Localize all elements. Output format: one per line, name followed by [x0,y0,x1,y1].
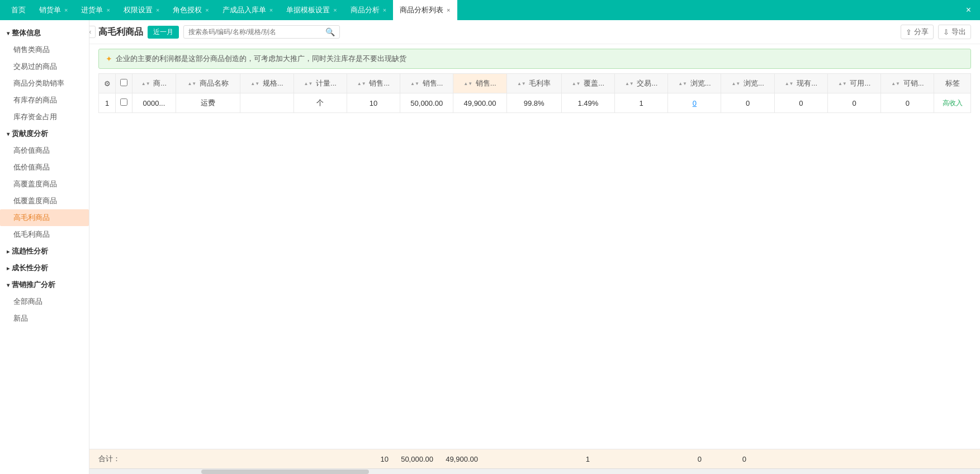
nav-item-analysis-list[interactable]: 商品分析列表 × [393,0,457,20]
sidebar-group-growth[interactable]: ▸ 成长性分析 [0,260,89,276]
col-header-sale-stock[interactable]: ▲▼ 可销... [881,74,934,93]
col-header-cover-rate[interactable]: ▲▼ 覆盖... [561,74,614,93]
sidebar-item-low-margin[interactable]: 低毛利商品 [0,226,89,243]
horizontal-scrollbar[interactable] [89,468,980,474]
share-button[interactable]: ⇪ 分享 [901,25,934,39]
export-button[interactable]: ⇩ 导出 [938,25,971,39]
cell-cover-rate: 1.49% [561,93,614,113]
sidebar-item-all-goods[interactable]: 全部商品 [0,293,89,310]
share-icon: ⇪ [906,28,912,36]
content-area: « 高毛利商品 近一月 🔍 ⇪ 分享 ⇩ 导出 ✦ 企业的主要的利润都是这部 [89,20,980,474]
row-checkbox[interactable] [120,98,127,106]
settings-icon[interactable]: ⚙ [104,79,111,88]
nav-item-role[interactable]: 角色授权 × [166,0,215,20]
browse-link[interactable]: 0 [693,99,697,107]
footer-trade-count: 1 [548,455,593,463]
select-all-checkbox[interactable] [120,79,127,86]
nav-label-permission: 权限设置 [124,5,153,15]
nav-item-analysis[interactable]: 商品分析 × [344,0,393,20]
close-icon[interactable]: × [383,7,386,13]
close-all-tabs-button[interactable]: × [962,5,976,15]
nav-item-sales[interactable]: 销货单 × [32,0,74,20]
col-header-browse2[interactable]: ▲▼ 浏览... [721,74,774,93]
cell-checkbox[interactable] [116,93,132,113]
sidebar-group-marketing[interactable]: ▾ 营销推广分析 [0,276,89,293]
col-header-gross-rate[interactable]: ▲▼ 毛利率 [506,74,561,93]
search-input[interactable] [188,28,325,36]
nav-item-home[interactable]: 首页 [4,0,32,20]
nav-item-purchase[interactable]: 进货单 × [74,0,116,20]
close-icon[interactable]: × [106,7,110,13]
sidebar-item-sales-goods[interactable]: 销售类商品 [0,41,89,58]
col-header-checkbox[interactable] [116,74,132,93]
sidebar-item-high-coverage[interactable]: 高覆盖度商品 [0,176,89,193]
table-container: ⚙ ▲▼ 商... ▲▼ 商品名称 [89,73,980,449]
col-header-current-stock[interactable]: ▲▼ 现有... [774,74,827,93]
export-icon: ⇩ [943,28,949,36]
col-header-tag[interactable]: 标签 [934,74,971,93]
nav-label-analysis: 商品分析 [351,5,380,15]
header-actions: ⇪ 分享 ⇩ 导出 [901,25,971,39]
search-box[interactable]: 🔍 [183,25,340,39]
tag-badge: 高收入 [943,99,963,107]
content-header: « 高毛利商品 近一月 🔍 ⇪ 分享 ⇩ 导出 [89,20,980,44]
sidebar-item-in-stock[interactable]: 有库存的商品 [0,92,89,109]
chevron-right-icon: ▸ [7,248,10,255]
sidebar-collapse-button[interactable]: « [89,26,96,38]
cell-avail-stock: 0 [827,93,880,113]
scrollbar-thumb[interactable] [201,470,369,474]
close-icon[interactable]: × [447,7,450,13]
col-header-name[interactable]: ▲▼ 商品名称 [176,74,240,93]
sort-icon: ▲▼ [891,81,900,86]
sidebar-item-low-value[interactable]: 低价值商品 [0,159,89,176]
sidebar-item-low-coverage[interactable]: 低覆盖度商品 [0,193,89,209]
nav-item-template[interactable]: 单据模板设置 × [280,0,343,20]
cell-trade-count: 1 [614,93,667,113]
col-header-sale-profit[interactable]: ▲▼ 销售... [453,74,506,93]
nav-item-permission[interactable]: 权限设置 × [117,0,166,20]
sort-icon: ▲▼ [625,81,634,86]
cell-unit: 个 [293,93,347,113]
col-header-spec[interactable]: ▲▼ 规格... [240,74,293,93]
sidebar-group-title-trend: 流趋性分析 [12,246,48,256]
sort-icon: ▲▼ [250,81,259,86]
sidebar-item-stock-capital[interactable]: 库存资金占用 [0,109,89,125]
sidebar-item-category-rate[interactable]: 商品分类助销率 [0,75,89,92]
sidebar-item-high-margin[interactable]: 高毛利商品 [0,209,89,226]
nav-label-finished: 产成品入库单 [222,5,266,15]
sidebar-group-overall[interactable]: ▾ 整体信息 [0,25,89,41]
search-icon[interactable]: 🔍 [325,27,335,36]
cell-sale-stock: 0 [881,93,934,113]
col-header-avail-stock[interactable]: ▲▼ 可用... [827,74,880,93]
sidebar-item-high-value[interactable]: 高价值商品 [0,142,89,159]
col-header-unit[interactable]: ▲▼ 计量... [293,74,347,93]
footer-current-stock: 0 [660,455,705,463]
footer-avail-stock: 0 [705,455,750,463]
close-icon[interactable]: × [205,7,209,13]
sidebar-item-new-goods[interactable]: 新品 [0,310,89,327]
sort-icon: ▲▼ [304,81,313,86]
col-header-trade-count[interactable]: ▲▼ 交易... [614,74,667,93]
close-icon[interactable]: × [333,7,337,13]
footer-sale-amt: 50,000.00 [392,455,437,463]
col-header-sale-amt[interactable]: ▲▼ 销售... [400,74,453,93]
chevron-right-icon: ▸ [7,265,10,271]
close-icon[interactable]: × [64,7,68,13]
cell-sale-qty: 10 [347,93,400,113]
sidebar-group-title-marketing: 营销推广分析 [12,280,55,290]
cell-browse1[interactable]: 0 [668,93,721,113]
sidebar-item-traded-goods[interactable]: 交易过的商品 [0,58,89,75]
time-filter-button[interactable]: 近一月 [148,26,179,39]
sidebar-group-contribution[interactable]: ▾ 贡献度分析 [0,125,89,142]
col-header-sale-qty[interactable]: ▲▼ 销售... [347,74,400,93]
nav-label-sales: 销货单 [39,5,61,15]
cell-browse2: 0 [721,93,774,113]
close-icon[interactable]: × [156,7,159,13]
sidebar-group-trend[interactable]: ▸ 流趋性分析 [0,243,89,260]
nav-item-finished[interactable]: 产成品入库单 × [216,0,280,20]
close-icon[interactable]: × [269,7,273,13]
cell-tag: 高收入 [934,93,971,113]
nav-label-template: 单据模板设置 [286,5,330,15]
col-header-code[interactable]: ▲▼ 商... [132,74,176,93]
col-header-browse1[interactable]: ▲▼ 浏览... [668,74,721,93]
